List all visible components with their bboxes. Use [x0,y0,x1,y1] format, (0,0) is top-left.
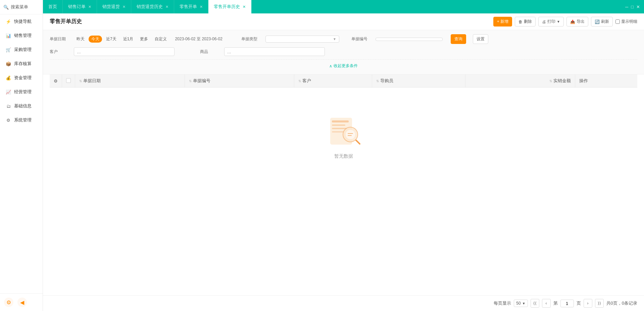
tab-home[interactable]: 首页 [43,0,63,13]
per-page-select[interactable]: 50 ▼ [514,300,528,307]
date-btn-1month[interactable]: 近1月 [120,36,136,43]
window-close-icon[interactable]: ✕ [636,4,640,9]
display-detail-check[interactable]: 显示明细 [615,19,637,24]
goods-dots: ... [227,49,231,54]
sidebar-item-base-info[interactable]: 🗂 基础信息 [0,99,43,113]
tab-retail-open-history[interactable]: 零售开单历史 ✕ [208,0,251,13]
sort-icon-customer[interactable]: ⇅ [298,79,301,83]
date-btn-7days[interactable]: 近7天 [103,36,119,43]
sidebar: 🔍 搜索菜单 ⚡ 快捷导航 📊 销售管理 🛒 采购管理 📦 库存核算 💰 资金管… [0,0,43,311]
sales-icon: 📊 [5,33,11,39]
sort-icon-amount[interactable]: ⇅ [549,79,552,83]
tab-retail-open-label: 零售开单 [180,4,197,10]
tab-retail-open-history-close[interactable]: ✕ [243,5,246,9]
tab-retail-open[interactable]: 零售开单 ✕ [174,0,208,13]
customer-dots: ... [77,49,81,54]
refresh-icon: 🔄 [595,19,600,24]
sidebar-item-operations[interactable]: 📈 经营管理 [0,85,43,99]
per-page-value: 50 [516,301,521,306]
type-select[interactable]: ▼ [265,36,339,43]
date-btn-custom[interactable]: 自定义 [152,36,169,43]
trash-icon: 🗑 [518,19,523,24]
column-action-label: 操作 [579,78,588,83]
print-label: 打印 [547,19,555,24]
date-label: 单据日期 [50,36,68,42]
date-range-input: 2023-06-02 至 2023-06-02 [175,36,222,42]
sidebar-item-quick-nav[interactable]: ⚡ 快捷导航 [0,14,43,29]
sidebar-item-purchase-mgmt[interactable]: 🛒 采购管理 [0,43,43,57]
next-page-button[interactable]: › [584,299,592,308]
sidebar-collapse-button[interactable]: ◀ [17,298,27,307]
select-all-checkbox[interactable] [66,78,71,83]
empty-illustration [324,114,364,148]
export-button[interactable]: 📤 导出 [566,17,588,27]
delete-button[interactable]: 🗑 删除 [515,17,536,27]
date-btn-today[interactable]: 今天 [89,36,102,43]
svg-rect-4 [332,131,344,133]
sidebar-item-finance[interactable]: 💰 资金管理 [0,71,43,85]
tab-sales-order[interactable]: 销售订单 ✕ [63,0,97,13]
column-customer-label: 客户 [302,78,311,84]
column-guide-label: 导购员 [380,78,393,84]
tab-sales-return[interactable]: 销货退货 ✕ [97,0,131,13]
first-page-button[interactable]: ⟨⟨ [531,299,539,308]
tab-retail-open-close[interactable]: ✕ [200,5,203,9]
content-area: 零售开单历史 + 新增 🗑 删除 🖨 打印 ▼ 📤 导出 🔄 [43,13,644,311]
sort-icon-guide[interactable]: ⇅ [376,79,379,83]
tab-sales-order-close[interactable]: ✕ [88,5,91,9]
tab-sales-return-history[interactable]: 销货退货历史 ✕ [131,0,174,13]
tab-sales-return-history-close[interactable]: ✕ [165,5,168,9]
number-input[interactable] [376,38,443,41]
sidebar-gear-button[interactable]: ⚙ [4,298,13,307]
number-label: 单据编号 [351,36,370,42]
filter-area: 单据日期 昨天 今天 近7天 近1月 更多 自定义 2023-06-02 至 2… [43,30,644,74]
main-area: 首页 销售订单 ✕ 销货退货 ✕ 销货退货历史 ✕ 零售开单 ✕ 零售开单历史 … [43,0,644,311]
search-icon: 🔍 [3,5,9,10]
total-label: 共0页，0条记录 [606,300,637,306]
inventory-icon: 📦 [5,61,11,67]
add-button[interactable]: + 新增 [493,17,512,27]
sidebar-item-label: 系统管理 [14,117,32,123]
prev-page-button[interactable]: ‹ [542,299,551,308]
refresh-label: 刷新 [601,19,609,24]
page-title: 零售开单历史 [50,18,82,25]
column-check[interactable] [62,74,75,88]
page-number-input[interactable] [560,300,574,307]
sidebar-item-sales-mgmt[interactable]: 📊 销售管理 [0,29,43,43]
svg-line-7 [356,140,360,144]
sort-icon-date[interactable]: ⇅ [79,79,82,83]
refresh-button[interactable]: 🔄 刷新 [591,17,613,27]
sort-icon-number[interactable]: ⇅ [189,79,192,83]
column-amount-label: 实销金额 [553,78,571,84]
tab-sales-return-history-label: 销货退货历史 [137,4,163,10]
sidebar-item-inventory[interactable]: 📦 库存核算 [0,57,43,71]
customer-input[interactable]: ... [74,47,175,56]
per-page-label: 每页显示 [494,300,511,306]
display-detail-checkbox[interactable] [615,19,620,24]
operations-icon: 📈 [5,89,11,95]
filter-row-2: 客户 ... 商品 ... [50,47,637,56]
window-minimize-icon[interactable]: ─ [625,4,628,9]
last-page-button[interactable]: ⟩⟩ [595,299,604,308]
collapse-button[interactable]: ∧ 收起更多条件 [325,62,362,70]
date-btn-more[interactable]: 更多 [137,36,151,43]
query-button[interactable]: 查询 [451,34,466,44]
window-maximize-icon[interactable]: □ [631,4,634,9]
date-btn-yesterday[interactable]: 昨天 [74,36,87,43]
sidebar-item-sys-mgmt[interactable]: ⚙ 系统管理 [0,113,43,127]
column-number: ⇅ 单据编号 [185,74,294,88]
tab-sales-return-close[interactable]: ✕ [122,5,126,9]
export-icon: 📤 [570,19,575,24]
empty-state-row: 暂无数据 [50,88,637,187]
column-gear[interactable]: ⚙ [50,74,62,88]
goods-input[interactable]: ... [224,47,325,56]
empty-state-cell: 暂无数据 [50,88,637,187]
type-chevron-icon: ▼ [333,37,336,41]
settings-button[interactable]: 设置 [473,34,488,44]
print-button[interactable]: 🖨 打印 ▼ [538,17,564,27]
sidebar-item-label: 基础信息 [14,103,32,109]
sidebar-item-label: 快捷导航 [14,18,32,24]
sidebar-search[interactable]: 🔍 搜索菜单 [0,0,43,14]
delete-label: 删除 [524,19,532,24]
per-page-chevron: ▼ [522,302,526,305]
